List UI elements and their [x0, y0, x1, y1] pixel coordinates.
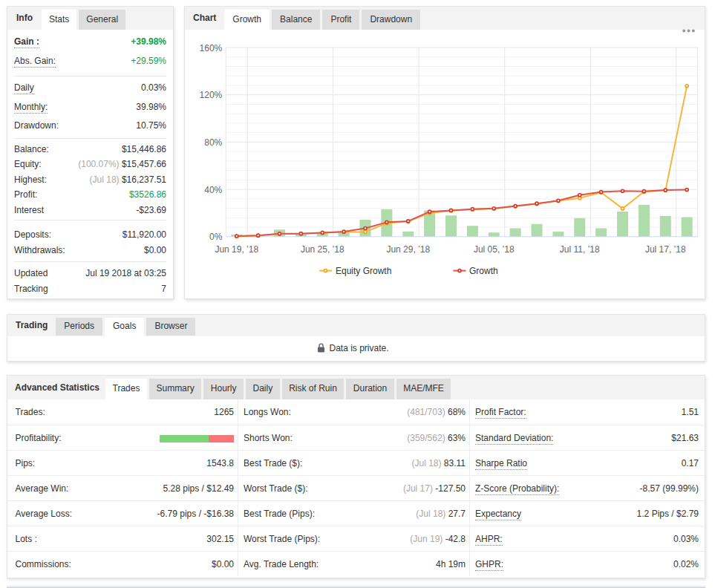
svg-text:Jun 19, ’18: Jun 19, ’18 [215, 244, 258, 255]
svg-text:Jul 17, ’18: Jul 17, ’18 [645, 244, 686, 255]
svg-text:Growth: Growth [469, 266, 498, 276]
svg-text:0%: 0% [209, 232, 223, 242]
svg-text:40%: 40% [204, 185, 222, 195]
svg-text:120%: 120% [200, 90, 223, 100]
svg-text:Equity Growth: Equity Growth [336, 266, 391, 276]
svg-text:Jul 11, ’18: Jul 11, ’18 [560, 244, 600, 255]
svg-text:Jun 29, ’18: Jun 29, ’18 [386, 244, 430, 255]
svg-text:Jun 25, ’18: Jun 25, ’18 [301, 244, 345, 255]
svg-text:Jul 05, ’18: Jul 05, ’18 [474, 244, 515, 255]
svg-text:80%: 80% [204, 137, 222, 148]
svg-text:160%: 160% [200, 43, 223, 53]
